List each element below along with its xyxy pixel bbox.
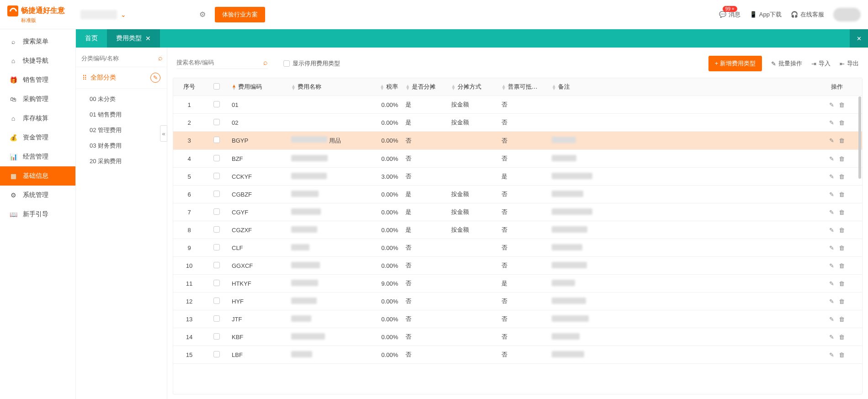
table-row[interactable]: 5CCKYF3.00%否是✎🗑 bbox=[173, 168, 862, 186]
tab-home[interactable]: 首页 bbox=[76, 29, 107, 48]
table-row[interactable]: 10GGXCF0.00%否否✎🗑 bbox=[173, 257, 862, 275]
table-row[interactable]: 2020.00%是按金额否✎🗑 bbox=[173, 114, 862, 132]
category-all[interactable]: ⠿ 全部分类 ✎ bbox=[76, 67, 167, 89]
delete-row-icon[interactable]: 🗑 bbox=[839, 298, 845, 305]
delete-row-icon[interactable]: 🗑 bbox=[839, 262, 845, 269]
table-row[interactable]: 12HYF0.00%否否✎🗑 bbox=[173, 293, 862, 310]
cell-checkbox[interactable] bbox=[205, 310, 228, 328]
import-link[interactable]: ⇥导入 bbox=[811, 59, 831, 68]
collapse-panel-handle[interactable]: « bbox=[160, 125, 167, 142]
edit-row-icon[interactable]: ✎ bbox=[829, 245, 834, 251]
category-item[interactable]: 02 管理费用 bbox=[76, 122, 167, 138]
sidebar-item[interactable]: 📖新手引导 bbox=[0, 205, 75, 224]
add-expense-type-button[interactable]: + 新增费用类型 bbox=[708, 56, 762, 71]
table-row[interactable]: 9CLF0.00%否否✎🗑 bbox=[173, 239, 862, 257]
col-rate[interactable]: ▲▼税率 bbox=[365, 78, 402, 96]
col-code[interactable]: ▲▼费用编码 bbox=[228, 78, 288, 96]
tab-expense-type[interactable]: 费用类型 ✕ bbox=[107, 29, 160, 48]
cell-checkbox[interactable] bbox=[205, 132, 228, 150]
cell-checkbox[interactable] bbox=[205, 168, 228, 186]
cell-checkbox[interactable] bbox=[205, 150, 228, 168]
batch-action-link[interactable]: ✎批量操作 bbox=[771, 59, 802, 68]
category-item[interactable]: 01 销售费用 bbox=[76, 107, 167, 122]
table-row[interactable]: 7CGYF0.00%是按金额否✎🗑 bbox=[173, 203, 862, 221]
sidebar-item[interactable]: ⌂库存核算 bbox=[0, 109, 75, 128]
messages-link[interactable]: 💬 消息 99 + bbox=[719, 11, 740, 19]
edit-row-icon[interactable]: ✎ bbox=[829, 173, 834, 180]
sidebar-item[interactable]: 📊经营管理 bbox=[0, 147, 75, 166]
table-row[interactable]: 13JTF0.00%否否✎🗑 bbox=[173, 310, 862, 328]
edit-row-icon[interactable]: ✎ bbox=[829, 351, 834, 358]
support-link[interactable]: 🎧 在线客服 bbox=[791, 11, 824, 19]
col-share[interactable]: ▲▼是否分摊 bbox=[402, 78, 447, 96]
col-checkbox[interactable] bbox=[205, 78, 228, 96]
search-icon[interactable]: ⌕ bbox=[263, 59, 268, 67]
edit-row-icon[interactable]: ✎ bbox=[829, 316, 834, 323]
table-row[interactable]: 11HTKYF9.00%否是✎🗑 bbox=[173, 275, 862, 293]
edit-row-icon[interactable]: ✎ bbox=[829, 334, 834, 340]
sidebar-item[interactable]: ⌕搜索菜单 bbox=[0, 32, 75, 51]
delete-row-icon[interactable]: 🗑 bbox=[839, 316, 845, 323]
col-seq[interactable]: 序号 bbox=[173, 78, 205, 96]
close-all-tabs[interactable]: ✕ bbox=[850, 29, 868, 48]
delete-row-icon[interactable]: 🗑 bbox=[839, 137, 845, 144]
export-link[interactable]: ⇤导出 bbox=[840, 59, 859, 68]
delete-row-icon[interactable]: 🗑 bbox=[839, 155, 845, 162]
col-deduct[interactable]: ▲▼普票可抵… bbox=[498, 78, 548, 96]
cell-checkbox[interactable] bbox=[205, 257, 228, 275]
cell-checkbox[interactable] bbox=[205, 114, 228, 132]
scrollbar[interactable] bbox=[858, 96, 861, 179]
cell-checkbox[interactable] bbox=[205, 239, 228, 257]
show-disabled-checkbox[interactable]: 显示停用费用类型 bbox=[283, 59, 340, 68]
edit-row-icon[interactable]: ✎ bbox=[829, 209, 834, 216]
cell-checkbox[interactable] bbox=[205, 186, 228, 203]
settings-icon[interactable]: ⚙ bbox=[199, 10, 206, 19]
sidebar-item[interactable]: 🛍采购管理 bbox=[0, 90, 75, 109]
cell-checkbox[interactable] bbox=[205, 328, 228, 346]
cell-checkbox[interactable] bbox=[205, 221, 228, 239]
delete-row-icon[interactable]: 🗑 bbox=[839, 209, 845, 216]
sidebar-item[interactable]: ▦基础信息 bbox=[0, 166, 75, 186]
delete-row-icon[interactable]: 🗑 bbox=[839, 245, 845, 251]
cell-checkbox[interactable] bbox=[205, 293, 228, 310]
edit-row-icon[interactable]: ✎ bbox=[829, 280, 834, 287]
cell-checkbox[interactable] bbox=[205, 346, 228, 364]
col-method[interactable]: ▲▼分摊方式 bbox=[447, 78, 498, 96]
table-row[interactable]: 1010.00%是按金额否✎🗑 bbox=[173, 96, 862, 114]
category-item[interactable]: 03 财务费用 bbox=[76, 138, 167, 154]
edit-row-icon[interactable]: ✎ bbox=[829, 262, 834, 269]
table-row[interactable]: 4BZF0.00%否否✎🗑 bbox=[173, 150, 862, 168]
cell-checkbox[interactable] bbox=[205, 203, 228, 221]
delete-row-icon[interactable]: 🗑 bbox=[839, 101, 845, 108]
delete-row-icon[interactable]: 🗑 bbox=[839, 191, 845, 198]
cell-checkbox[interactable] bbox=[205, 275, 228, 293]
sidebar-item[interactable]: ⌂快捷导航 bbox=[0, 51, 75, 70]
search-icon[interactable]: ⌕ bbox=[158, 54, 163, 62]
category-item[interactable]: 20 采购费用 bbox=[76, 154, 167, 169]
table-row[interactable]: 15LBF0.00%否否✎🗑 bbox=[173, 346, 862, 364]
user-avatar[interactable] bbox=[833, 8, 861, 21]
cell-checkbox[interactable] bbox=[205, 96, 228, 114]
org-selector[interactable]: ⌄ bbox=[80, 10, 195, 19]
edit-row-icon[interactable]: ✎ bbox=[829, 119, 834, 126]
table-row[interactable]: 3BGYP 用品0.00%否否✎🗑 bbox=[173, 132, 862, 150]
edit-row-icon[interactable]: ✎ bbox=[829, 101, 834, 108]
delete-row-icon[interactable]: 🗑 bbox=[839, 227, 845, 234]
sidebar-item[interactable]: 💰资金管理 bbox=[0, 128, 75, 147]
col-remark[interactable]: ▲▼备注 bbox=[548, 78, 812, 96]
delete-row-icon[interactable]: 🗑 bbox=[839, 280, 845, 287]
delete-row-icon[interactable]: 🗑 bbox=[839, 119, 845, 126]
trial-button[interactable]: 体验行业方案 bbox=[215, 7, 265, 22]
sidebar-item[interactable]: 🎁销售管理 bbox=[0, 70, 75, 90]
category-search-input[interactable] bbox=[81, 55, 158, 62]
edit-category-icon[interactable]: ✎ bbox=[150, 73, 160, 83]
close-icon[interactable]: ✕ bbox=[145, 35, 151, 42]
edit-row-icon[interactable]: ✎ bbox=[829, 137, 834, 144]
category-item[interactable]: 00 未分类 bbox=[76, 91, 167, 107]
table-row[interactable]: 8CGZXF0.00%是按金额否✎🗑 bbox=[173, 221, 862, 239]
delete-row-icon[interactable]: 🗑 bbox=[839, 173, 845, 180]
delete-row-icon[interactable]: 🗑 bbox=[839, 334, 845, 340]
edit-row-icon[interactable]: ✎ bbox=[829, 298, 834, 305]
edit-row-icon[interactable]: ✎ bbox=[829, 227, 834, 234]
table-row[interactable]: 14KBF0.00%否否✎🗑 bbox=[173, 328, 862, 346]
